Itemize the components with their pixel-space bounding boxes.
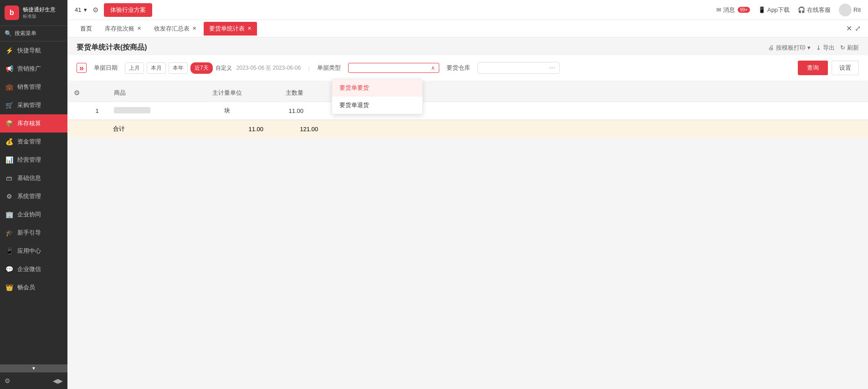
tab-close-inventory-batch[interactable]: ✕ — [137, 26, 141, 31]
purchase-icon: 🛒 — [5, 102, 14, 109]
service-icon: 🎧 — [798, 6, 805, 13]
td-goods — [108, 102, 200, 120]
sidebar-item-label: 经营管理 — [17, 156, 41, 164]
tab-close-btn[interactable]: ✕ — [846, 24, 852, 33]
sidebar-item-appstore[interactable]: 📱 应用中心 — [0, 242, 67, 260]
sidebar-item-label: 营销推广 — [17, 65, 41, 73]
tab-expand-btn[interactable]: ⤢ — [855, 24, 861, 33]
sidebar-item-guide[interactable]: 🎓 新手引导 — [0, 224, 67, 242]
dropdown-item-order-goods[interactable]: 要货单要货 — [332, 79, 422, 97]
sidebar-item-label: 基础信息 — [17, 174, 41, 182]
app-download-btn[interactable]: 📱 App下载 — [758, 6, 790, 14]
tabbar-right: ✕ ⤢ — [846, 24, 861, 33]
store-selector[interactable]: 41 ▾ — [75, 6, 87, 13]
msg-badge: 99+ — [738, 7, 750, 13]
settings-btn-sidebar[interactable]: ⚙ — [5, 377, 10, 384]
query-btn[interactable]: 查询 — [798, 61, 828, 75]
th-num — [86, 84, 108, 102]
tab-home[interactable]: 首页 — [75, 22, 98, 36]
business-icon: 📊 — [5, 156, 14, 164]
topbar-gear-icon[interactable]: ⚙ — [92, 6, 98, 14]
app-logo-icon: b — [5, 5, 19, 20]
marketing-icon: 📢 — [5, 65, 14, 72]
sidebar-item-sales[interactable]: 💼 销售管理 — [0, 78, 67, 96]
store-dropdown-icon: ▾ — [84, 6, 87, 13]
sidebar-scroll-down[interactable]: ▼ — [0, 364, 67, 372]
sidebar-item-label: 快捷导航 — [17, 46, 41, 55]
date-btn-7days[interactable]: 近7天 — [190, 62, 213, 74]
type-selector[interactable]: ∧ — [348, 63, 439, 73]
table-settings-icon[interactable]: ⚙ — [74, 89, 80, 97]
sales-icon: 💼 — [5, 83, 14, 91]
sidebar-item-label: 企业微信 — [17, 265, 41, 273]
sidebar-item-quick-nav[interactable]: ⚡ 快捷导航 — [0, 41, 67, 60]
main-area: 41 ▾ ⚙ 体验行业方案 ✉ 消息 99+ 📱 App下载 🎧 在线客服 R — [67, 0, 868, 389]
date-btn-this-month[interactable]: 本月 — [147, 62, 166, 74]
td-extra — [364, 102, 868, 120]
sidebar-item-member[interactable]: 👑 畅会员 — [0, 278, 67, 297]
sidebar-item-inventory[interactable]: 📦 库存核算 — [0, 114, 67, 133]
sidebar-logo: b 畅捷通好生意 标准版 — [0, 0, 67, 26]
page-title: 要货单统计表(按商品) — [77, 43, 147, 52]
date-custom[interactable]: 自定义 — [216, 64, 232, 72]
sidebar-item-system[interactable]: ⚙ 系统管理 — [0, 187, 67, 205]
sidebar-item-wechat[interactable]: 💬 企业微信 — [0, 260, 67, 278]
trial-btn[interactable]: 体验行业方案 — [104, 3, 152, 17]
topbar-right: ✉ 消息 99+ 📱 App下载 🎧 在线客服 Rit — [716, 4, 861, 16]
goods-name-blurred — [114, 107, 150, 113]
tab-order-stats-label: 要货单统计表 — [209, 25, 245, 33]
tab-collect-summary[interactable]: 收发存汇总表 ✕ — [149, 22, 202, 36]
sidebar-item-label: 采购管理 — [17, 101, 41, 109]
dropdown-item-label: 要货单退货 — [339, 102, 369, 108]
dropdown-item-order-return[interactable]: 要货单退货 — [332, 97, 422, 114]
tab-close-collect-summary[interactable]: ✕ — [192, 26, 196, 31]
guide-icon: 🎓 — [5, 229, 14, 236]
sidebar-item-label: 库存核算 — [17, 119, 41, 128]
data-table: ⚙ 商品 主计量单位 主数量 零售金额 1 — [67, 84, 868, 120]
sidebar-item-base[interactable]: 🗃 基础信息 — [0, 169, 67, 187]
td-empty-settings — [67, 102, 86, 120]
settings-filter-btn[interactable]: 设置 — [832, 61, 859, 75]
msg-label: 消息 — [723, 6, 735, 14]
th-unit: 主计量单位 — [200, 84, 254, 102]
refresh-btn[interactable]: ↻ 刷新 — [840, 44, 859, 52]
search-icon: 🔍 — [5, 30, 12, 37]
sidebar-item-enterprise[interactable]: 🏢 企业协同 — [0, 205, 67, 224]
date-btn-prev-month[interactable]: 上月 — [125, 62, 144, 74]
app-icon: 📱 — [758, 6, 765, 13]
sidebar-item-marketing[interactable]: 📢 营销推广 — [0, 60, 67, 78]
store-number: 41 — [75, 6, 81, 13]
filter-expand-btn[interactable]: » — [77, 63, 87, 73]
export-btn[interactable]: ⤓ 导出 — [816, 44, 835, 52]
collapse-btn[interactable]: ◀▶ — [53, 377, 63, 384]
type-dropdown: 要货单要货 要货单退货 — [332, 79, 423, 114]
print-btn[interactable]: 🖨 按模板打印 ▾ — [768, 44, 811, 52]
tab-order-stats[interactable]: 要货单统计表 ✕ — [204, 22, 257, 36]
sidebar-item-business[interactable]: 📊 经营管理 — [0, 151, 67, 169]
sidebar-item-purchase[interactable]: 🛒 采购管理 — [0, 96, 67, 114]
user-btn[interactable]: Rit — [839, 4, 861, 16]
date-range: 2023-05-06 至 2023-06-06 — [236, 64, 301, 72]
summary-label: 合计 — [113, 125, 125, 132]
summary-qty-val: 11.00 — [248, 126, 263, 133]
refresh-icon: ↻ — [840, 44, 845, 51]
table-wrapper: ⚙ 商品 主计量单位 主数量 零售金额 1 — [67, 84, 868, 120]
tab-close-order-stats[interactable]: ✕ — [247, 26, 252, 31]
sidebar-item-finance[interactable]: 💰 资金管理 — [0, 133, 67, 151]
sidebar-bottom: ⚙ ◀▶ — [0, 372, 67, 389]
table-header-row: ⚙ 商品 主计量单位 主数量 零售金额 — [67, 84, 868, 102]
tab-inventory-batch[interactable]: 库存批次账 ✕ — [99, 22, 147, 36]
msg-btn[interactable]: ✉ 消息 99+ — [716, 6, 750, 14]
tab-collect-summary-label: 收发存汇总表 — [154, 25, 190, 33]
tab-home-label: 首页 — [80, 25, 92, 33]
type-arrow-icon: ∧ — [431, 65, 435, 71]
tab-inventory-batch-label: 库存批次账 — [105, 25, 134, 33]
app-title: 畅捷通好生意 — [23, 6, 56, 14]
date-btn-this-year[interactable]: 本年 — [169, 62, 188, 74]
dropdown-item-label: 要货单要货 — [339, 84, 369, 91]
th-qty: 主数量 — [254, 84, 309, 102]
app-title-block: 畅捷通好生意 标准版 — [23, 6, 56, 20]
service-btn[interactable]: 🎧 在线客服 — [798, 6, 831, 14]
sidebar-search[interactable]: 🔍 搜索菜单 — [0, 26, 67, 41]
warehouse-selector[interactable]: ··· — [478, 62, 560, 74]
